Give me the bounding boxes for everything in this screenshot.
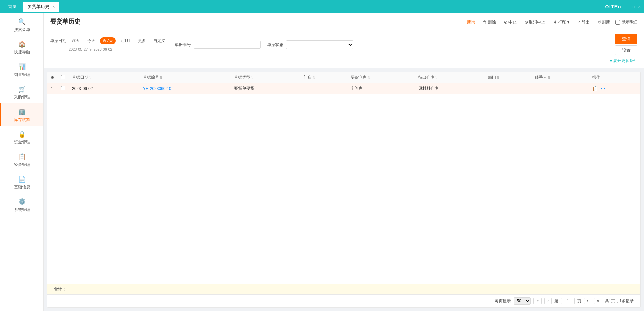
doc-no-link[interactable]: YH-20230602-0 <box>143 86 171 91</box>
finance-mgmt-icon: 🔒 <box>18 131 26 138</box>
sort-icon-reqwarehouse[interactable]: ⇅ <box>367 76 370 79</box>
col-actions-header: 操作 <box>589 72 640 83</box>
quick-nav-icon: 🏠 <box>18 41 26 48</box>
table-row: 1 2023-06-02 YH-20230602-0 要货单要货 车间库 原材料… <box>47 83 640 94</box>
setting-button[interactable]: 设置 <box>615 45 637 55</box>
col-handler-header: 经手人⇅ <box>532 72 589 83</box>
cell-checkbox[interactable] <box>58 83 69 94</box>
col-dept-header: 部门⇅ <box>485 72 532 83</box>
sort-icon-docno[interactable]: ⇅ <box>160 76 162 79</box>
date-range-display: 2023-05-27 至 2023-06-02 <box>69 47 112 52</box>
refresh-button[interactable]: ↺ 刷新 <box>595 18 613 27</box>
sort-icon-date[interactable]: ⇅ <box>89 76 92 79</box>
purchase-mgmt-icon: 🛒 <box>18 86 26 93</box>
sum-label: 合计： <box>54 286 66 292</box>
print-dropdown-icon: ▾ <box>567 20 569 25</box>
sidebar: 🔍 搜索菜单 🏠 快捷导航 📊 销售管理 🛒 采购管理 🏢 库存核算 🔒 资金管… <box>0 13 44 311</box>
chevron-down-icon: ▾ <box>610 59 612 63</box>
tab-requisition-history[interactable]: 要货单历史 × <box>23 2 59 12</box>
display-detail-checkbox-label[interactable]: 显示明细 <box>615 19 637 25</box>
col-reqwarehouse-header: 要货仓库⇅ <box>347 72 415 83</box>
page-header: 要货单历史 + 新增 🗑 删除 ⊘ 中止 ⊘ 取消中止 <box>44 13 644 30</box>
prev-page-button[interactable]: ‹ <box>544 298 552 304</box>
sort-icon-pendingwarehouse[interactable]: ⇅ <box>435 76 438 79</box>
minimize-button[interactable]: — <box>625 4 629 9</box>
next-page-button[interactable]: › <box>584 298 591 304</box>
stop-button[interactable]: ⊘ 中止 <box>501 18 519 27</box>
col-doctype-header: 单据类型⇅ <box>231 72 300 83</box>
data-table: ⚙ 单据日期⇅ 单据编号⇅ 单据类型⇅ 门店⇅ 要货仓库⇅ 待出仓库⇅ 部门⇅ … <box>47 72 640 94</box>
table-body: 1 2023-06-02 YH-20230602-0 要货单要货 车间库 原材料… <box>47 83 640 94</box>
cell-pendingwarehouse: 原材料仓库 <box>415 83 484 94</box>
last-page-button[interactable]: » <box>594 298 602 304</box>
sidebar-item-inventory[interactable]: 🏢 库存核算 <box>0 103 43 126</box>
tab-home[interactable]: 首页 <box>3 2 21 12</box>
ops-mgmt-icon: 📋 <box>18 153 26 161</box>
basic-info-icon: 📄 <box>18 176 26 183</box>
print-button[interactable]: 🖨 打印 ▾ <box>550 18 572 27</box>
current-page-input[interactable] <box>561 298 575 304</box>
date-filter-group: 单据日期 昨天 今天 近7天 近1月 更多 自定义 2023-05-27 至 2… <box>50 37 168 52</box>
col-settings[interactable]: ⚙ <box>47 72 58 83</box>
sidebar-item-basic-info[interactable]: 📄 基础信息 <box>0 171 43 193</box>
sidebar-item-sales-mgmt[interactable]: 📊 销售管理 <box>0 58 43 81</box>
date-btn-last1month[interactable]: 近1月 <box>118 37 133 44</box>
cancel-stop-button[interactable]: ⊘ 取消中止 <box>522 18 548 27</box>
sidebar-item-search-menu[interactable]: 🔍 搜索菜单 <box>0 13 43 36</box>
page-size-select[interactable]: 20 50 100 200 <box>514 297 531 305</box>
first-page-button[interactable]: « <box>533 298 542 304</box>
col-store-header: 门店⇅ <box>300 72 347 83</box>
new-button[interactable]: + 新增 <box>461 18 478 27</box>
content-area: 要货单历史 + 新增 🗑 删除 ⊘ 中止 ⊘ 取消中止 <box>44 13 644 311</box>
date-filter-label: 单据日期 <box>50 38 66 44</box>
main-layout: 🔍 搜索菜单 🏠 快捷导航 📊 销售管理 🛒 采购管理 🏢 库存核算 🔒 资金管… <box>0 13 644 311</box>
date-btn-last7days[interactable]: 近7天 <box>100 37 116 44</box>
sidebar-item-purchase-mgmt[interactable]: 🛒 采购管理 <box>0 81 43 103</box>
date-btn-today[interactable]: 今天 <box>85 37 98 44</box>
cell-reqwarehouse: 车间库 <box>347 83 415 94</box>
more-action-icon[interactable]: ⋯ <box>601 86 605 91</box>
sidebar-item-finance-mgmt[interactable]: 🔒 资金管理 <box>0 126 43 148</box>
select-all-checkbox[interactable] <box>61 75 65 79</box>
sort-icon-store[interactable]: ⇅ <box>312 76 315 79</box>
sidebar-label-finance-mgmt: 资金管理 <box>14 139 30 145</box>
query-button[interactable]: 查询 <box>615 34 637 44</box>
sidebar-label-inventory: 库存核算 <box>14 117 30 123</box>
maximize-button[interactable]: □ <box>632 4 635 9</box>
status-select[interactable] <box>286 40 353 49</box>
doc-no-input[interactable] <box>194 41 261 49</box>
page-title: 要货单历史 <box>50 17 80 30</box>
close-window-button[interactable]: × <box>638 4 641 9</box>
close-tab-icon[interactable]: × <box>53 5 55 9</box>
date-btn-custom[interactable]: 自定义 <box>151 37 168 44</box>
sidebar-label-quick-nav: 快捷导航 <box>14 49 30 55</box>
table-footer: 合计： <box>47 284 640 294</box>
export-button[interactable]: ↗ 导出 <box>575 18 592 27</box>
cell-docno[interactable]: YH-20230602-0 <box>140 83 231 94</box>
doc-no-label: 单据编号 <box>175 42 191 48</box>
filter-area: 单据日期 昨天 今天 近7天 近1月 更多 自定义 2023-05-27 至 2… <box>44 30 644 68</box>
sort-icon-doctype[interactable]: ⇅ <box>251 76 254 79</box>
sidebar-label-sys-mgmt: 系统管理 <box>14 207 30 213</box>
date-btn-yesterday[interactable]: 昨天 <box>69 37 83 44</box>
sidebar-label-search-menu: 搜索菜单 <box>14 27 30 33</box>
row-checkbox[interactable] <box>61 86 65 90</box>
sidebar-label-basic-info: 基础信息 <box>14 184 30 190</box>
sidebar-item-quick-nav[interactable]: 🏠 快捷导航 <box>0 36 43 58</box>
edit-icon[interactable]: 📋 <box>592 86 598 91</box>
sort-icon-handler[interactable]: ⇅ <box>548 76 550 79</box>
expand-more-button[interactable]: ▾ 展开更多条件 <box>610 58 637 64</box>
sidebar-item-sys-mgmt[interactable]: ⚙️ 系统管理 <box>0 193 43 216</box>
display-detail-checkbox[interactable] <box>615 20 620 25</box>
sidebar-label-purchase-mgmt: 采购管理 <box>14 94 30 100</box>
date-btn-more[interactable]: 更多 <box>135 37 149 44</box>
sidebar-item-ops-mgmt[interactable]: 📋 经营管理 <box>0 148 43 171</box>
delete-button[interactable]: 🗑 删除 <box>480 18 499 27</box>
col-checkbox-header[interactable] <box>58 72 69 83</box>
sort-icon-dept[interactable]: ⇅ <box>497 76 499 79</box>
refresh-icon: ↺ <box>598 20 601 25</box>
top-bar: 首页 要货单历史 × OfTEn — □ × <box>0 0 644 13</box>
current-page-label: 第 <box>554 298 558 304</box>
col-pendingwarehouse-header: 待出仓库⇅ <box>415 72 484 83</box>
print-icon: 🖨 <box>553 20 557 25</box>
